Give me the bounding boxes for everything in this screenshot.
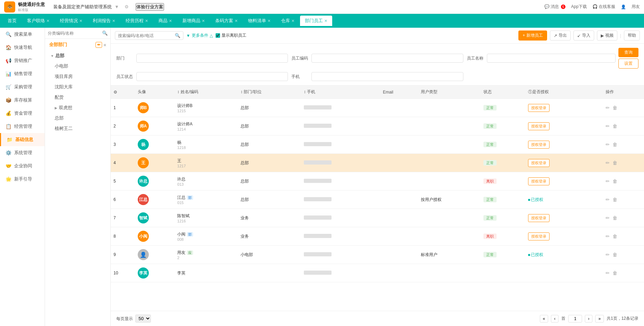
auth-login-button[interactable]: 授权登录 bbox=[528, 159, 550, 167]
delete-icon[interactable]: 🗑 bbox=[613, 270, 617, 276]
tab-history[interactable]: 经营历程 ✕ bbox=[121, 16, 153, 26]
chevron-down-icon[interactable]: ▼ bbox=[115, 4, 119, 9]
export-button[interactable]: ↗ 导出 bbox=[550, 30, 571, 41]
close-icon[interactable]: ✕ bbox=[112, 19, 115, 23]
phone-input[interactable] bbox=[311, 72, 463, 81]
tab-home[interactable]: 首页 bbox=[3, 16, 21, 26]
dept-node-peihuo[interactable]: 配货 bbox=[45, 92, 110, 103]
prev-page-button[interactable]: ‹ bbox=[551, 315, 559, 323]
auth-login-button[interactable]: 授权登录 bbox=[528, 232, 550, 240]
close-icon[interactable]: ✕ bbox=[46, 19, 49, 23]
sidebar-item-guide[interactable]: 🌟 新手引导 bbox=[0, 173, 45, 186]
sidebar-item-finance[interactable]: 💰 资金管理 bbox=[0, 107, 45, 120]
help-button[interactable]: 帮助 bbox=[624, 30, 640, 41]
close-icon[interactable]: ✕ bbox=[235, 19, 238, 23]
dept-node-head[interactable]: ▼ 总部 bbox=[45, 51, 110, 61]
close-icon[interactable]: ✕ bbox=[145, 19, 148, 23]
per-page-select[interactable]: 50 bbox=[135, 315, 151, 323]
emp-code-input[interactable] bbox=[311, 54, 463, 63]
edit-icon[interactable]: ✏ bbox=[606, 160, 610, 166]
sidebar-item-marketing[interactable]: 📢 营销推广 bbox=[0, 54, 45, 67]
dept-node-shuanghu[interactable]: ▶ 双虎想 bbox=[45, 103, 110, 113]
col-dept[interactable]: ↕ 部门/职位 bbox=[238, 86, 301, 99]
sidebar-item-basic[interactable]: 📁 基础信息 bbox=[0, 133, 45, 146]
collapse-icon[interactable]: « bbox=[103, 42, 106, 48]
col-name[interactable]: ↕ 姓名/编码 bbox=[174, 86, 238, 99]
emp-status-select[interactable] bbox=[136, 72, 288, 81]
query-button[interactable]: 查询 bbox=[618, 48, 638, 57]
auth-login-button[interactable]: 授权登录 bbox=[528, 177, 550, 185]
dept-search-input[interactable] bbox=[48, 31, 101, 36]
message-btn[interactable]: 💬 消息 6 bbox=[544, 4, 565, 10]
tab-add-goods[interactable]: 新增商品 ✕ bbox=[178, 16, 210, 26]
online-service-btn[interactable]: 🎧 在线客服 bbox=[592, 4, 615, 10]
dept-node-zhishu[interactable]: 植树王二 bbox=[45, 123, 110, 134]
col-phone[interactable]: ↕ 手机 bbox=[301, 86, 380, 99]
edit-icon[interactable]: ✏ bbox=[606, 178, 610, 184]
edit-icon[interactable]: ✏ bbox=[606, 234, 610, 239]
tab-profit[interactable]: 利润报告 ✕ bbox=[88, 16, 120, 26]
next-page-button[interactable]: › bbox=[585, 315, 592, 323]
sidebar-item-purchase[interactable]: 🛒 采购管理 bbox=[0, 80, 45, 94]
import-button[interactable]: ↙ 导入 bbox=[573, 30, 594, 41]
more-conditions-btn[interactable]: ▼ 更多条件 △ bbox=[186, 33, 213, 38]
auth-login-button[interactable]: 授权登录 bbox=[528, 104, 550, 112]
tab-bom[interactable]: 物料清单 ✕ bbox=[243, 16, 275, 26]
all-dept-label[interactable]: 全部部门 bbox=[49, 42, 67, 48]
app-download-btn[interactable]: App下载 bbox=[571, 4, 587, 10]
delete-icon[interactable]: 🗑 bbox=[613, 197, 617, 202]
edit-icon[interactable]: ✏ bbox=[606, 197, 610, 202]
edit-icon[interactable]: ✏ bbox=[606, 142, 610, 147]
edit-icon[interactable]: ✏ bbox=[96, 42, 102, 48]
sidebar-item-inventory[interactable]: 📦 库存核算 bbox=[0, 94, 45, 107]
set-button[interactable]: 设置 bbox=[618, 59, 638, 69]
tab-customer[interactable]: 客户联络 ✕ bbox=[22, 16, 54, 26]
sidebar-item-search[interactable]: 🔍 搜索菜单 bbox=[0, 28, 45, 41]
col-settings[interactable]: ⚙ bbox=[111, 86, 135, 99]
emp-name-input[interactable] bbox=[487, 54, 616, 63]
trial-button[interactable]: 体验行业方案 bbox=[136, 3, 164, 11]
tab-operation[interactable]: 经营情况 ✕ bbox=[55, 16, 87, 26]
delete-icon[interactable]: 🗑 bbox=[613, 252, 617, 257]
auth-login-button[interactable]: 授权登录 bbox=[528, 214, 550, 222]
delete-icon[interactable]: 🗑 bbox=[613, 123, 617, 129]
first-page-button[interactable]: « bbox=[540, 315, 548, 323]
tab-employees[interactable]: 部门员工 ✕ bbox=[300, 16, 332, 26]
show-resigned-label[interactable]: 显示离职员工 bbox=[216, 33, 246, 38]
close-icon[interactable]: ✕ bbox=[291, 19, 294, 23]
dept-select[interactable] bbox=[136, 54, 288, 63]
auth-login-button[interactable]: 授权登录 bbox=[528, 141, 550, 149]
delete-icon[interactable]: 🗑 bbox=[613, 215, 617, 221]
tab-warehouse[interactable]: 仓库 ✕ bbox=[276, 16, 299, 26]
close-icon[interactable]: ✕ bbox=[202, 19, 205, 23]
delete-icon[interactable]: 🗑 bbox=[613, 142, 617, 147]
close-icon[interactable]: ✕ bbox=[79, 19, 82, 23]
close-icon[interactable]: ✕ bbox=[267, 19, 271, 23]
sidebar-item-system[interactable]: ⚙️ 系统管理 bbox=[0, 146, 45, 159]
delete-icon[interactable]: 🗑 bbox=[613, 105, 617, 111]
search-input[interactable] bbox=[118, 33, 173, 38]
auth-login-button[interactable]: 授权登录 bbox=[528, 122, 550, 130]
sidebar-item-nav[interactable]: 🏠 快速导航 bbox=[0, 41, 45, 54]
dept-node-project[interactable]: 项目库房 bbox=[45, 71, 110, 82]
dept-node-zongbu[interactable]: 总部 bbox=[45, 113, 110, 123]
last-page-button[interactable]: » bbox=[595, 315, 604, 323]
show-resigned-checkbox[interactable] bbox=[216, 33, 220, 38]
tab-goods[interactable]: 商品 ✕ bbox=[154, 16, 177, 26]
dept-node-xiaodian[interactable]: 小电部 bbox=[45, 61, 110, 71]
sidebar-item-sales[interactable]: 📊 销售管理 bbox=[0, 67, 45, 80]
tab-barcode[interactable]: 条码方案 ✕ bbox=[210, 16, 243, 26]
close-icon[interactable]: ✕ bbox=[324, 19, 327, 23]
edit-icon[interactable]: ✏ bbox=[606, 215, 610, 221]
page-number-input[interactable] bbox=[568, 315, 582, 323]
delete-icon[interactable]: 🗑 bbox=[613, 160, 617, 166]
edit-icon[interactable]: ✏ bbox=[606, 123, 610, 129]
delete-icon[interactable]: 🗑 bbox=[613, 178, 617, 184]
sidebar-item-collab[interactable]: 🤝 企业协同 bbox=[0, 159, 45, 173]
view-button[interactable]: ▶ 视频 bbox=[597, 30, 617, 41]
dept-node-shenyang[interactable]: 沈阳大库 bbox=[45, 82, 110, 92]
delete-icon[interactable]: 🗑 bbox=[613, 234, 617, 239]
settings-icon[interactable]: ⚙ bbox=[125, 4, 129, 9]
edit-icon[interactable]: ✏ bbox=[606, 252, 610, 257]
edit-icon[interactable]: ✏ bbox=[606, 105, 610, 111]
